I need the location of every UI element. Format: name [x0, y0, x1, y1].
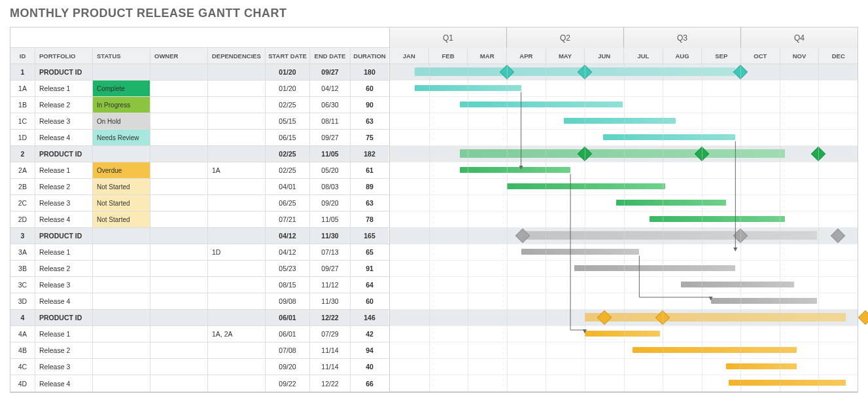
- cell-start: 02/25: [266, 97, 310, 113]
- task-row[interactable]: 4DRelease 409/2212/2266: [10, 375, 389, 392]
- cell-start: 04/12: [266, 244, 310, 260]
- task-bar[interactable]: [711, 298, 818, 304]
- cell-duration: 42: [351, 326, 389, 342]
- cell-portfolio: PRODUCT ID: [35, 310, 93, 325]
- task-bar[interactable]: [681, 282, 794, 287]
- gantt-row: [390, 97, 858, 113]
- cell-dependencies: [208, 375, 266, 392]
- cell-duration: 60: [351, 81, 389, 96]
- gantt-chart: ID PORTFOLIO STATUS OWNER DEPENDENCIES S…: [10, 27, 858, 393]
- task-row[interactable]: 2DRelease 4Not Started07/2111/0578: [10, 211, 389, 228]
- task-row[interactable]: 3BRelease 205/2309/2791: [10, 261, 389, 277]
- cell-start: 01/20: [266, 81, 310, 96]
- task-bar[interactable]: [521, 249, 640, 255]
- task-row[interactable]: 4CRelease 309/2011/1440: [10, 359, 389, 375]
- cell-portfolio: Release 4: [35, 211, 93, 227]
- task-bar[interactable]: [650, 216, 785, 222]
- task-row[interactable]: 2ARelease 1Overdue1A02/2505/2061: [10, 162, 389, 179]
- product-bar[interactable]: [521, 231, 818, 240]
- task-bar[interactable]: [633, 347, 796, 353]
- task-row[interactable]: 4BRelease 207/0811/1494: [10, 342, 389, 359]
- month-label: OCT: [741, 48, 780, 64]
- task-bar[interactable]: [616, 200, 727, 206]
- task-row[interactable]: 3CRelease 308/1511/1264: [10, 277, 389, 293]
- month-label: JUN: [585, 48, 624, 64]
- task-row[interactable]: 1BRelease 2In Progress02/2506/3090: [10, 97, 389, 113]
- task-bar[interactable]: [603, 134, 736, 140]
- cell-owner: [150, 277, 208, 293]
- product-row[interactable]: 4PRODUCT ID06/0112/22146: [10, 310, 389, 326]
- quarter-header: Q1Q2Q3Q4: [390, 28, 858, 48]
- task-row[interactable]: 3ARelease 11D04/1207/1365: [10, 244, 389, 261]
- product-bar[interactable]: [460, 149, 785, 158]
- task-row[interactable]: 1DRelease 4Needs Review06/1509/2775: [10, 130, 389, 146]
- task-row[interactable]: 1ARelease 1Complete01/2004/1260: [10, 81, 389, 97]
- task-row[interactable]: 4ARelease 11A, 2A06/0107/2942: [10, 326, 389, 342]
- gantt-row: [390, 375, 858, 392]
- cell-status: Complete: [93, 81, 150, 96]
- milestone-diamond-icon[interactable]: [733, 65, 748, 80]
- gantt-row: [390, 64, 858, 81]
- cell-owner: [150, 326, 208, 342]
- cell-portfolio: Release 4: [35, 293, 93, 309]
- cell-start: 05/15: [266, 113, 310, 129]
- task-row[interactable]: 3DRelease 409/0811/3060: [10, 293, 389, 310]
- status-badge: In Progress: [93, 97, 150, 113]
- cell-end: 11/12: [310, 277, 351, 293]
- task-row[interactable]: 1CRelease 3On Hold05/1508/1163: [10, 113, 389, 130]
- product-row[interactable]: 2PRODUCT ID02/2511/05182: [10, 146, 389, 162]
- task-bar[interactable]: [729, 380, 846, 386]
- gantt-row: [390, 130, 858, 146]
- cell-owner: [150, 342, 208, 358]
- cell-portfolio: Release 1: [35, 244, 93, 260]
- month-label: MAY: [546, 48, 585, 64]
- task-bar[interactable]: [726, 363, 796, 369]
- cell-end: 08/11: [310, 113, 351, 129]
- cell-duration: 64: [351, 277, 389, 293]
- task-bar[interactable]: [564, 118, 676, 124]
- month-label: JUL: [624, 48, 663, 64]
- task-row[interactable]: 2BRelease 2Not Started04/0108/0389: [10, 179, 389, 195]
- cell-end: 12/22: [310, 375, 351, 392]
- cell-id: 2B: [10, 179, 35, 194]
- cell-owner: [150, 359, 208, 375]
- cell-portfolio: Release 2: [35, 97, 93, 113]
- cell-dependencies: 1A: [208, 162, 266, 178]
- cell-start: 09/20: [266, 359, 310, 375]
- status-badge: Not Started: [93, 195, 150, 211]
- month-label: NOV: [780, 48, 820, 64]
- task-bar[interactable]: [415, 85, 521, 91]
- product-row[interactable]: 1PRODUCT ID01/2009/27180: [10, 64, 389, 81]
- cell-status: [93, 146, 150, 162]
- cell-owner: [150, 375, 208, 392]
- milestone-diamond-icon[interactable]: [831, 229, 846, 244]
- product-row[interactable]: 3PRODUCT ID04/1211/30165: [10, 228, 389, 244]
- status-badge: On Hold: [93, 113, 150, 129]
- product-bar[interactable]: [415, 67, 736, 76]
- cell-status: [93, 228, 150, 244]
- cell-end: 09/27: [310, 130, 351, 145]
- task-bar[interactable]: [507, 183, 665, 189]
- gantt-row: [390, 162, 858, 179]
- cell-portfolio: Release 2: [35, 342, 93, 358]
- cell-portfolio: Release 4: [35, 130, 93, 145]
- gantt-row: [390, 326, 858, 342]
- month-label: MAR: [468, 48, 507, 64]
- task-bar[interactable]: [574, 265, 735, 271]
- task-row[interactable]: 2CRelease 3Not Started06/2509/2063: [10, 195, 389, 211]
- month-label: SEP: [702, 48, 741, 64]
- task-bar[interactable]: [460, 167, 570, 173]
- cell-portfolio: PRODUCT ID: [35, 64, 93, 80]
- col-status: STATUS: [93, 48, 150, 64]
- product-bar[interactable]: [585, 313, 846, 321]
- milestone-diamond-icon[interactable]: [858, 310, 868, 325]
- task-bar[interactable]: [585, 331, 660, 337]
- cell-status: [93, 359, 150, 375]
- cell-portfolio: Release 2: [35, 179, 93, 194]
- cell-duration: 60: [351, 293, 389, 309]
- cell-duration: 165: [351, 228, 389, 244]
- task-bar[interactable]: [460, 101, 622, 107]
- cell-duration: 75: [351, 130, 389, 145]
- milestone-diamond-icon[interactable]: [811, 147, 826, 162]
- status-badge: Needs Review: [93, 130, 150, 145]
